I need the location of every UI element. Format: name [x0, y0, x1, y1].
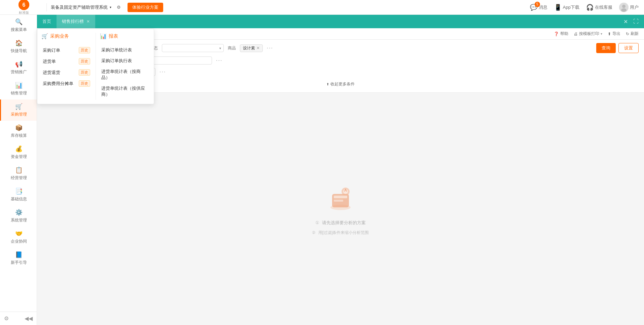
sidebar-item-label: 经营管理	[11, 175, 27, 181]
settings-button[interactable]: 设置	[618, 43, 639, 53]
help-icon: ❓	[554, 32, 559, 36]
status-select[interactable]	[162, 44, 224, 52]
sidebar-item-sales[interactable]: 📊 销售管理	[0, 78, 37, 99]
dropdown-item-report-2[interactable]: 采购订单执行表	[100, 55, 150, 66]
search-icon: 🔍	[15, 18, 23, 26]
settings-bottom-icon[interactable]: ⚙	[4, 315, 9, 322]
dropdown-menu: 🛒 采购业务 采购订单 历史 进货单 历史 进货退货 历史 采购费用分摊单 历史…	[37, 29, 154, 104]
doc-icon: 📋	[15, 166, 23, 174]
goods-tag-text: 设计素	[243, 45, 255, 51]
item-label: 进货单统计表（按商品）	[101, 69, 149, 81]
tab-expand-btn[interactable]: ⛶	[632, 17, 640, 26]
tab-close-btn[interactable]: ✕	[622, 17, 629, 26]
svg-rect-7	[334, 196, 347, 198]
system-title: 装备及固定资产辅助管理系统 ▾	[51, 4, 111, 10]
online-service-item[interactable]: 🎧 在线客服	[586, 4, 612, 11]
phone-icon: 📱	[554, 4, 562, 11]
query-button[interactable]: 查询	[596, 43, 616, 53]
chevron-down-icon[interactable]: ▾	[110, 5, 111, 9]
app-download-item[interactable]: 📱 App下载	[554, 4, 579, 11]
export-icon: ⬆	[608, 32, 611, 36]
service-icon: 🎧	[586, 4, 594, 11]
box-icon: 📦	[15, 124, 23, 131]
item-label: 采购订单执行表	[101, 58, 132, 64]
sidebar-item-stock[interactable]: 📦 库存核算	[0, 121, 37, 142]
status-select-wrapper: ▾	[162, 44, 224, 52]
dropdown-item-report-3[interactable]: 进货单统计表（按商品）	[100, 66, 150, 83]
report-col-icon: 📊	[100, 33, 107, 39]
sidebar-item-purchase[interactable]: 🛒 采购管理	[0, 99, 37, 121]
sidebar-item-system[interactable]: ⚙️ 系统管理	[0, 205, 37, 227]
message-label: 消息	[539, 4, 547, 10]
goods-tag: 设计素 ✕	[240, 44, 263, 52]
item-label: 进货单统计表（按供应商）	[101, 85, 149, 97]
svg-rect-8	[334, 200, 343, 202]
empty-hint-1: ① 请先选择要分析的方案	[315, 220, 366, 226]
sidebar-item-enterprise[interactable]: 🤝 企业协同	[0, 227, 37, 248]
dropdown-purchase-col: 🛒 采购业务 采购订单 历史 进货单 历史 进货退货 历史 采购费用分摊单 历史	[37, 33, 96, 100]
dropdown-item-report-4[interactable]: 进货单统计表（按供应商）	[100, 83, 150, 100]
item-label: 进货退货	[43, 70, 60, 76]
help-btn[interactable]: ❓ 帮助	[554, 31, 568, 37]
message-item[interactable]: 💬 5 消息	[530, 4, 547, 11]
refresh-btn[interactable]: ↻ 刷新	[626, 31, 639, 37]
refresh-icon: ↻	[626, 32, 629, 36]
dropdown-item-purchase-expense[interactable]: 采购费用分摊单 历史	[41, 78, 92, 89]
tab-bar-right: ✕ ⛶	[622, 17, 644, 26]
sidebar-item-label: 库存核算	[11, 133, 27, 138]
goods-dots[interactable]: ···	[267, 45, 273, 51]
message-badge: 5	[535, 2, 540, 7]
sidebar-item-search[interactable]: 🔍 搜索菜单	[0, 15, 37, 36]
logo-icon: 6	[19, 0, 29, 10]
logo-label: 标准版	[19, 10, 29, 15]
sidebar-item-label: 新手引导	[11, 260, 27, 266]
dropdown-item-report-1[interactable]: 采购订单统计表	[100, 45, 150, 55]
sidebar-item-basic[interactable]: 📑 基础信息	[0, 184, 37, 205]
tab-home[interactable]: 首页	[37, 15, 57, 28]
book-icon: 📘	[15, 251, 23, 258]
top-bar: 6 标准版 装备及固定资产辅助管理系统 ▾ ⚙ 体验行业方案 💬 5 消息 📱 …	[0, 0, 644, 15]
print-icon: 🖨	[574, 32, 578, 36]
salesman-input[interactable]	[145, 56, 212, 65]
user-item[interactable]: 用户	[619, 3, 639, 12]
handshake-icon: 🤝	[15, 230, 23, 237]
sidebar-item-capital[interactable]: 💰 资金管理	[0, 142, 37, 163]
sidebar-item-operation[interactable]: 📋 经营管理	[0, 163, 37, 184]
collapse-sidebar-icon[interactable]: ◀◀	[25, 315, 33, 322]
sidebar-item-marketing[interactable]: 📢 营销推广	[0, 57, 37, 78]
top-right: 💬 5 消息 📱 App下载 🎧 在线客服 用户	[530, 3, 639, 12]
dropdown-purchase-title: 🛒 采购业务	[41, 33, 92, 41]
svg-point-4	[621, 8, 627, 12]
sidebar-item-guide[interactable]: 📘 新手引导	[0, 248, 37, 269]
cart-icon: 🛒	[15, 103, 23, 110]
svg-text:6: 6	[23, 2, 26, 8]
goods-tag-close[interactable]: ✕	[256, 46, 260, 50]
tab-sales-rank[interactable]: 销售排行榜 ✕	[57, 15, 95, 28]
dropdown-report-col: 📊 报表 采购订单统计表 采购订单执行表 进货单统计表（按商品） 进货单统计表（…	[96, 33, 154, 100]
export-btn[interactable]: ⬆ 导出	[608, 31, 620, 37]
dropdown-item-purchase-order[interactable]: 采购订单 历史	[41, 45, 92, 56]
dropdown-item-purchase-in[interactable]: 进货单 历史	[41, 56, 92, 67]
dropdown-report-title: 📊 报表	[100, 33, 150, 41]
customer-dots[interactable]: ···	[159, 69, 166, 75]
home-icon: 🏠	[15, 39, 23, 47]
sidebar-item-label: 企业协同	[11, 239, 27, 244]
filter-actions: 查询 设置	[596, 43, 639, 53]
toolbar-items: ❓ 帮助 🖨 按模板打印 ▾ ⬆ 导出 ↻ 刷新	[554, 31, 639, 37]
collapse-up-icon: ⬆	[326, 82, 329, 86]
tab-close-icon[interactable]: ✕	[86, 19, 90, 24]
megaphone-icon: 📢	[15, 60, 23, 68]
dropdown-item-purchase-return[interactable]: 进货退货 历史	[41, 67, 92, 78]
salesman-dots[interactable]: ···	[216, 57, 222, 64]
settings-icon-btn[interactable]: ⚙	[114, 3, 123, 12]
sidebar-bottom: ⚙ ◀◀	[0, 312, 37, 325]
online-service-label: 在线客服	[595, 4, 612, 10]
svg-point-10	[343, 189, 348, 194]
trial-button[interactable]: 体验行业方案	[128, 3, 163, 12]
print-btn[interactable]: 🖨 按模板打印 ▾	[574, 31, 602, 37]
item-label: 进货单	[43, 58, 56, 65]
file-icon: 📑	[15, 188, 23, 195]
sidebar-item-nav[interactable]: 🏠 快捷导航	[0, 36, 37, 57]
print-dropdown-icon[interactable]: ▾	[601, 32, 602, 36]
history-badge: 历史	[79, 69, 90, 76]
